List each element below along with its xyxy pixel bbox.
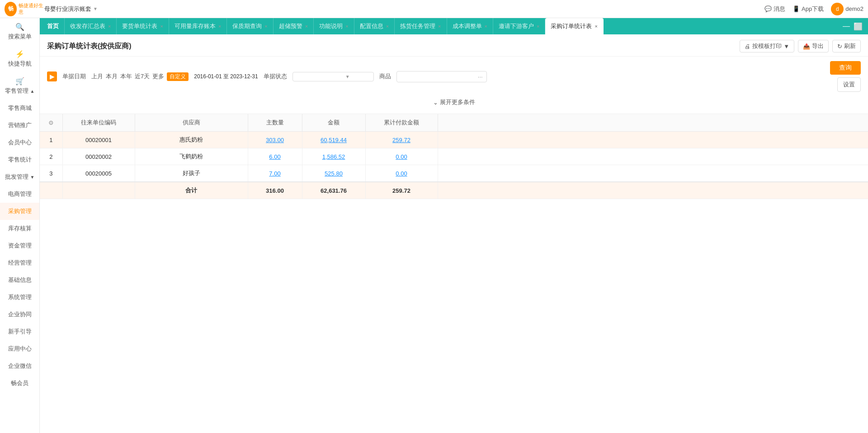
- sidebar-item-enterprise[interactable]: 企业协同: [0, 306, 39, 323]
- tab-close-icon[interactable]: ×: [537, 24, 539, 29]
- sidebar-item-retail-shop-label: 零售商城: [0, 104, 39, 112]
- tab-function-desc[interactable]: 功能说明 ×: [314, 18, 354, 34]
- tab-config-info[interactable]: 配置信息 ×: [354, 18, 395, 34]
- tab-close-icon[interactable]: ×: [108, 24, 111, 29]
- goods-input-field[interactable]: [401, 73, 478, 80]
- tab-collect-summary[interactable]: 收发存汇总表 ×: [65, 18, 117, 34]
- sidebar-item-newbie[interactable]: 新手引导: [0, 323, 39, 340]
- tab-invite-downstream[interactable]: 邀请下游客户 ×: [493, 18, 545, 34]
- row1-paid-link[interactable]: 259.72: [392, 137, 410, 143]
- row3-qty-link[interactable]: 7.00: [269, 170, 280, 177]
- filter-right-actions: 查询 设置: [830, 61, 861, 92]
- sidebar-item-wholesale[interactable]: 批发管理 ▼: [0, 168, 39, 186]
- cell-row2-code: 00020002: [62, 148, 135, 165]
- tab-close-icon[interactable]: ×: [438, 24, 441, 29]
- sidebar-item-finance[interactable]: 资金管理: [0, 237, 39, 254]
- cell-row3-paid: 0.00: [365, 165, 438, 182]
- tab-home-label: 首页: [47, 22, 59, 30]
- tab-close-icon[interactable]: ×: [345, 24, 348, 29]
- custom-date-tag[interactable]: 自定义: [167, 72, 189, 81]
- tab-cost-adjust[interactable]: 成本调整单 ×: [447, 18, 493, 34]
- tabs-minimize-btn[interactable]: —: [843, 22, 850, 30]
- filter-row-date: ▶ 单据日期 上月 本月 本年 近7天 更多 自定义 2016-01-01 至 …: [47, 61, 861, 92]
- date-shortcut-last-month[interactable]: 上月: [91, 72, 103, 81]
- tab-invite-downstream-label: 邀请下游客户: [499, 22, 534, 30]
- cell-row1-extra: [438, 132, 868, 148]
- tab-inventory-book[interactable]: 可用量库存账本 ×: [169, 18, 227, 34]
- sidebar-item-shortcut-label: 快捷导航: [0, 60, 39, 68]
- row2-qty-link[interactable]: 6.00: [269, 153, 280, 160]
- refresh-btn[interactable]: ↻ 刷新: [832, 40, 861, 52]
- sidebar-item-retail-stat[interactable]: 零售统计: [0, 151, 39, 168]
- goods-input-more-icon[interactable]: ···: [478, 73, 483, 80]
- tab-home[interactable]: 首页: [42, 18, 65, 34]
- sidebar-item-wechat[interactable]: 企业微信: [0, 357, 39, 375]
- tab-close-icon[interactable]: ×: [160, 24, 163, 29]
- status-select[interactable]: ▼: [292, 72, 374, 81]
- tabs-maximize-btn[interactable]: ⬜: [854, 22, 863, 31]
- sidebar-item-member2[interactable]: 畅会员: [0, 375, 39, 392]
- tab-purchase-stat[interactable]: 要货单统计表 ×: [117, 18, 169, 34]
- footer-extra: [438, 182, 868, 199]
- col-header-extra: [438, 114, 868, 132]
- sidebar-item-purchase[interactable]: 采购管理: [0, 203, 39, 220]
- sidebar-item-member2-label: 畅会员: [0, 379, 39, 387]
- footer-amount: 62,631.76: [302, 182, 365, 199]
- user-profile-btn[interactable]: d demo2: [831, 3, 863, 15]
- status-select-arrow-icon: ▼: [345, 74, 370, 79]
- sidebar-item-member[interactable]: 会员中心: [0, 134, 39, 151]
- sidebar-item-basic[interactable]: 基础信息: [0, 271, 39, 289]
- tab-expiry-query[interactable]: 保质期查询 ×: [227, 18, 273, 34]
- workspace-selector[interactable]: 母婴行业演示账套 ▼: [44, 5, 764, 13]
- date-shortcut-this-year[interactable]: 本年: [120, 72, 132, 81]
- row3-amount-link[interactable]: 525.80: [325, 170, 343, 177]
- page-content: 采购订单统计表(按供应商) 🖨 按模板打印 ▼ 📤 导出 ↻: [40, 34, 868, 433]
- tab-active-close-icon[interactable]: ×: [594, 24, 597, 29]
- goods-input[interactable]: ···: [396, 71, 487, 82]
- export-btn[interactable]: 📤 导出: [798, 40, 829, 52]
- sidebar-item-shortcut[interactable]: ⚡ 快捷导航: [0, 45, 39, 72]
- settings-btn[interactable]: 设置: [837, 77, 861, 92]
- app-download-btn[interactable]: 📱 App下载: [793, 5, 824, 13]
- date-shortcut-more[interactable]: 更多: [152, 72, 164, 81]
- query-btn[interactable]: 查询: [830, 61, 861, 75]
- row1-amount-link[interactable]: 60,519.44: [321, 137, 347, 143]
- print-template-label: 按模板打印: [752, 42, 782, 50]
- tab-pick-task[interactable]: 拣货任务管理 ×: [395, 18, 447, 34]
- date-shortcut-7days[interactable]: 近7天: [135, 72, 150, 81]
- sidebar-item-inventory[interactable]: 库存核算: [0, 220, 39, 237]
- row1-qty-link[interactable]: 303.00: [266, 137, 284, 143]
- page-header-actions: 🖨 按模板打印 ▼ 📤 导出 ↻ 刷新: [740, 40, 861, 52]
- tab-overstock[interactable]: 超储预警 ×: [274, 18, 314, 34]
- date-shortcut-this-month[interactable]: 本月: [106, 72, 118, 81]
- tab-purchase-order-stat[interactable]: 采购订单统计表 ×: [545, 18, 603, 34]
- tab-close-icon[interactable]: ×: [386, 24, 389, 29]
- tab-close-icon[interactable]: ×: [305, 24, 308, 29]
- tab-function-desc-label: 功能说明: [319, 22, 343, 30]
- date-shortcuts: 上月 本月 本年 近7天 更多 自定义: [91, 72, 189, 81]
- column-settings-icon[interactable]: ⚙: [48, 119, 54, 126]
- col-header-qty: 主数量: [248, 114, 302, 132]
- expand-more-btn[interactable]: ⌄ 展开更多条件: [433, 98, 475, 106]
- tab-purchase-order-stat-label: 采购订单统计表: [551, 22, 592, 30]
- sidebar-item-retail[interactable]: 🛒 零售管理 ▲: [0, 72, 39, 100]
- sidebar-item-operations[interactable]: 经营管理: [0, 254, 39, 271]
- sidebar-item-search[interactable]: 🔍 搜索菜单: [0, 18, 39, 45]
- top-right-actions: 💬 消息 📱 App下载 d demo2: [764, 3, 863, 15]
- row2-paid-link[interactable]: 0.00: [396, 153, 407, 160]
- tab-close-icon[interactable]: ×: [264, 24, 267, 29]
- workspace-name: 母婴行业演示账套: [44, 5, 91, 13]
- sidebar-item-marketing[interactable]: 营销推广: [0, 117, 39, 134]
- tab-close-icon[interactable]: ×: [218, 24, 221, 29]
- cell-row1-amount: 60,519.44: [302, 132, 365, 148]
- filter-toggle-btn[interactable]: ▶: [47, 71, 57, 81]
- sidebar-item-retail-shop[interactable]: 零售商城: [0, 100, 39, 117]
- sidebar-item-ecommerce[interactable]: 电商管理: [0, 186, 39, 203]
- sidebar-item-app-center[interactable]: 应用中心: [0, 340, 39, 357]
- tab-close-icon[interactable]: ×: [485, 24, 487, 29]
- message-btn[interactable]: 💬 消息: [764, 5, 785, 13]
- row3-paid-link[interactable]: 0.00: [396, 170, 407, 177]
- row2-amount-link[interactable]: 1,586.52: [322, 153, 345, 160]
- print-template-btn[interactable]: 🖨 按模板打印 ▼: [740, 40, 794, 52]
- sidebar-item-system[interactable]: 系统管理: [0, 289, 39, 306]
